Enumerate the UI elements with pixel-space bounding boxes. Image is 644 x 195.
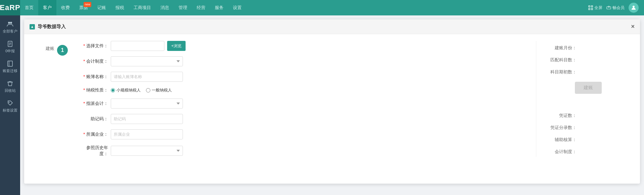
nav-management[interactable]: 管理 (174, 0, 192, 15)
svg-rect-4 (607, 7, 611, 9)
memo-code-row: 助记码： (81, 114, 529, 124)
file-input[interactable] (111, 41, 164, 51)
small-taxpayer-radio[interactable]: 小规模纳税人 (111, 87, 141, 93)
sidebar-item-declaration[interactable]: 0申报 (0, 38, 20, 56)
sidebar-item-migration[interactable]: 账套迁移 (0, 58, 20, 76)
file-row: * 选择文件： +浏览 (81, 41, 529, 51)
memo-code-input[interactable] (111, 114, 183, 124)
memo-code-label: 助记码： (81, 116, 108, 122)
import-icon: ▲ (30, 24, 35, 29)
nav-messages[interactable]: 消息 (156, 0, 174, 15)
vip-icon (606, 5, 611, 10)
sidebar-label-recycle: 回收站 (5, 88, 16, 93)
sidebar-item-recycle[interactable]: 回收站 (0, 77, 20, 96)
nav-bookkeeping[interactable]: 记账 (93, 0, 111, 15)
general-taxpayer-input[interactable] (146, 88, 150, 92)
form-fields: * 选择文件： +浏览 * 会计制度： (81, 41, 529, 157)
accounting-system-row: * 会计制度： (81, 56, 529, 66)
fullscreen-label: 全屏 (594, 5, 602, 11)
period-init-row: 科目期初数： (546, 69, 630, 75)
import-dialog: ▲ 导爷数据导入 × 建账 1 (24, 19, 640, 184)
sidebar-item-tag-settings[interactable]: 标签设置 (0, 97, 20, 116)
info-section: 建账月份： 匹配科目数： 科目期初数： 建账 (536, 41, 630, 157)
new-badge: new (84, 2, 91, 7)
sidebar-item-all-customers[interactable]: 全部客户 (0, 18, 20, 37)
voucher-entries-label: 凭证分录数： (546, 125, 577, 131)
voucher-entries-row: 凭证分录数： (546, 125, 630, 131)
build-account-button[interactable]: 建账 (575, 82, 602, 94)
step-area: 建账 1 (34, 41, 75, 157)
browse-button[interactable]: +浏览 (167, 41, 186, 51)
svg-point-7 (8, 22, 10, 24)
svg-rect-13 (8, 61, 12, 66)
book-icon (7, 60, 13, 67)
match-subjects-row: 匹配科目数： (546, 57, 630, 63)
avatar-icon (631, 5, 636, 10)
match-subjects-label: 匹配科目数： (546, 57, 577, 63)
sidebar-label-tag-settings: 标签设置 (3, 108, 17, 113)
svg-point-8 (10, 22, 12, 24)
small-taxpayer-input[interactable] (111, 88, 115, 92)
svg-point-16 (9, 102, 10, 103)
main-layout: 全部客户 0申报 账套迁移 回收站 (0, 15, 644, 195)
nav-fees[interactable]: 收费 (56, 0, 75, 15)
company-input[interactable] (111, 129, 183, 139)
svg-point-6 (633, 6, 635, 8)
vip-btn[interactable]: 畅会员 (606, 5, 625, 11)
tag-icon (7, 100, 13, 107)
info-accounting-system-row: 会计制度： (546, 149, 630, 155)
company-row: * 所属企业： (81, 129, 529, 139)
voucher-count-row: 凭证数： (546, 113, 630, 119)
file-label: * 选择文件： (81, 43, 108, 49)
file-icon (7, 41, 13, 47)
dialog-body: 建账 1 * 选择文件： +浏览 (24, 34, 640, 164)
svg-rect-0 (589, 6, 590, 7)
sidebar-label-migration: 账套迁移 (3, 68, 17, 73)
accountant-row: * 指派会计： (81, 99, 529, 109)
accounting-system-select[interactable] (111, 56, 183, 66)
build-month-row: 建账月份： (546, 45, 630, 51)
nav-tax[interactable]: 报税 (111, 0, 129, 15)
svg-rect-3 (591, 8, 593, 10)
tax-type-radio-group: 小规模纳税人 一般纳税人 (111, 87, 172, 93)
form-section: 建账 1 * 选择文件： +浏览 (34, 41, 630, 157)
nav-business[interactable]: 工商项目 (129, 0, 156, 15)
build-month-label: 建账月份： (546, 45, 577, 51)
voucher-count-label: 凭证数： (546, 113, 577, 119)
general-taxpayer-radio[interactable]: 一般纳税人 (146, 87, 172, 93)
history-year-row: 参照历史年度： (81, 145, 529, 157)
accountant-select[interactable] (111, 99, 183, 109)
fullscreen-icon (588, 5, 593, 10)
nav-right: 全屏 畅会员 (588, 3, 644, 13)
nav-items: 首页 客户 收费 票据 new 记账 报税 工商项目 消息 管理 经营 服务 设… (20, 0, 588, 15)
nav-invoices[interactable]: 票据 new (75, 0, 93, 15)
user-avatar[interactable] (629, 3, 639, 13)
sidebar-label-all-customers: 全部客户 (3, 29, 17, 34)
ledger-name-input[interactable] (111, 72, 183, 82)
tax-type-row: * 纳税性质： 小规模纳税人 一般纳税人 (81, 87, 529, 93)
dialog-header: ▲ 导爷数据导入 × (24, 19, 640, 34)
top-navigation: EaRP 首页 客户 收费 票据 new 记账 报税 工商项目 消息 管理 经营… (0, 0, 644, 15)
nav-services[interactable]: 服务 (210, 0, 228, 15)
history-year-select[interactable] (111, 146, 183, 156)
aux-accounting-label: 辅助核算： (546, 137, 577, 143)
ledger-name-row: * 账簿名称： (81, 72, 529, 82)
main-content: ▲ 导爷数据导入 × 建账 1 (20, 15, 644, 195)
nav-home[interactable]: 首页 (20, 0, 38, 15)
nav-operations[interactable]: 经营 (192, 0, 210, 15)
accountant-label: * 指派会计： (81, 101, 108, 107)
dialog-title: 导爷数据导入 (38, 24, 66, 30)
users-icon (7, 21, 13, 27)
history-year-label: 参照历史年度： (81, 145, 108, 157)
sidebar: 全部客户 0申报 账套迁移 回收站 (0, 15, 20, 195)
trash-icon (7, 80, 13, 87)
sidebar-label-declaration: 0申报 (5, 49, 15, 54)
svg-rect-2 (589, 8, 590, 10)
nav-customers[interactable]: 客户 (38, 0, 56, 15)
fullscreen-btn[interactable]: 全屏 (588, 5, 602, 11)
accounting-system-label: * 会计制度： (81, 58, 108, 64)
nav-settings[interactable]: 设置 (228, 0, 246, 15)
logo-text: EaRP (0, 3, 20, 12)
dialog-close-btn[interactable]: × (631, 23, 635, 29)
vip-label: 畅会员 (612, 5, 625, 11)
